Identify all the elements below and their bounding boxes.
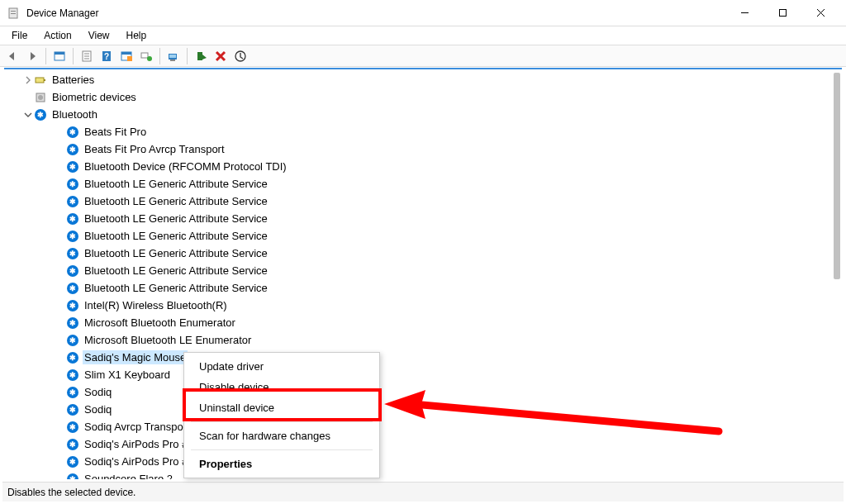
statusbar: Disables the selected device. bbox=[2, 482, 844, 502]
tree-item[interactable]: ✱Sadiq's Magic Mouse bbox=[4, 349, 830, 366]
tree-label: Slim X1 Keyboard bbox=[83, 368, 172, 382]
svg-rect-2 bbox=[11, 13, 16, 14]
tree-label: Intel(R) Wireless Bluetooth(R) bbox=[83, 298, 229, 312]
tree-item[interactable]: ✱Bluetooth LE Generic Attribute Service bbox=[4, 245, 830, 262]
tree-category[interactable]: Biometric devices bbox=[4, 88, 830, 106]
tree-label: Bluetooth LE Generic Attribute Service bbox=[83, 212, 269, 226]
bluetooth-icon: ✱ bbox=[66, 386, 79, 399]
context-menu-item[interactable]: Update driver bbox=[184, 356, 379, 377]
tree-item[interactable]: ✱Soundcore Flare 2 bbox=[4, 470, 830, 479]
show-hidden-button[interactable] bbox=[50, 47, 69, 65]
context-menu-item[interactable]: Scan for hardware changes bbox=[184, 426, 379, 446]
svg-text:?: ? bbox=[104, 52, 109, 61]
tree-item[interactable]: ✱Bluetooth LE Generic Attribute Service bbox=[4, 193, 830, 210]
svg-rect-18 bbox=[141, 53, 148, 58]
close-button[interactable] bbox=[801, 1, 839, 26]
tree-item[interactable]: ✱Microsoft Bluetooth Enumerator bbox=[4, 314, 830, 331]
tree-item[interactable]: ✱Bluetooth LE Generic Attribute Service bbox=[4, 227, 830, 245]
bluetooth-icon: ✱ bbox=[66, 143, 79, 156]
svg-rect-21 bbox=[169, 55, 176, 58]
tree-label: Microsoft Bluetooth LE Enumerator bbox=[83, 333, 253, 347]
svg-rect-28 bbox=[44, 79, 45, 81]
bluetooth-icon: ✱ bbox=[66, 195, 79, 208]
bluetooth-icon: ✱ bbox=[66, 334, 79, 347]
device-tree[interactable]: BatteriesBiometric devices✱Bluetooth✱Bea… bbox=[4, 71, 830, 479]
bluetooth-icon: ✱ bbox=[66, 421, 79, 434]
bluetooth-icon: ✱ bbox=[66, 282, 79, 295]
tree-item[interactable]: ✱Microsoft Bluetooth LE Enumerator bbox=[4, 331, 830, 349]
bluetooth-icon: ✱ bbox=[34, 108, 47, 121]
device-tree-panel: BatteriesBiometric devices✱Bluetooth✱Bea… bbox=[4, 68, 842, 479]
context-menu-separator bbox=[191, 421, 373, 422]
svg-point-30 bbox=[38, 95, 43, 100]
bluetooth-icon: ✱ bbox=[66, 178, 79, 191]
tree-label: Beats Fit Pro bbox=[83, 125, 148, 139]
tree-label: Bluetooth bbox=[50, 107, 99, 121]
tree-label: Biometric devices bbox=[50, 90, 138, 104]
tree-label: Sodiq bbox=[83, 402, 113, 416]
tree-item[interactable]: ✱Bluetooth Device (RFCOMM Protocol TDI) bbox=[4, 158, 830, 175]
back-button[interactable] bbox=[3, 47, 21, 65]
bluetooth-icon: ✱ bbox=[66, 455, 79, 468]
uninstall-button[interactable] bbox=[212, 47, 230, 65]
tree-label: Sodiq Avrcp Transpor bbox=[83, 420, 188, 434]
tree-label: Beats Fit Pro Avrcp Transport bbox=[83, 142, 226, 156]
tree-item[interactable]: ✱Sodiq bbox=[4, 383, 830, 401]
toolbar: ? bbox=[0, 45, 846, 67]
bluetooth-icon: ✱ bbox=[66, 126, 79, 139]
tree-item[interactable]: ✱Beats Fit Pro bbox=[4, 123, 830, 140]
tree-label: Bluetooth LE Generic Attribute Service bbox=[83, 281, 269, 295]
tree-item[interactable]: ✱Beats Fit Pro Avrcp Transport bbox=[4, 140, 830, 158]
tree-item[interactable]: ✱Sodiq's AirPods Pro # bbox=[4, 435, 830, 453]
tree-item[interactable]: ✱Bluetooth LE Generic Attribute Service bbox=[4, 262, 830, 279]
tree-item[interactable]: ✱Bluetooth LE Generic Attribute Service bbox=[4, 210, 830, 227]
scrollbar[interactable] bbox=[830, 69, 842, 479]
svg-rect-4 bbox=[779, 10, 786, 17]
tree-item[interactable]: ✱Bluetooth LE Generic Attribute Service bbox=[4, 175, 830, 193]
menu-action[interactable]: Action bbox=[37, 28, 78, 43]
properties-button[interactable] bbox=[78, 47, 96, 65]
menu-view[interactable]: View bbox=[82, 28, 116, 43]
window-titlebar: Device Manager bbox=[0, 0, 846, 26]
tree-item[interactable]: ✱Sodiq Avrcp Transpor bbox=[4, 418, 830, 435]
bluetooth-icon: ✱ bbox=[66, 264, 79, 278]
scan-button[interactable] bbox=[137, 47, 155, 65]
forward-button[interactable] bbox=[23, 47, 41, 65]
tree-item[interactable]: ✱Bluetooth LE Generic Attribute Service bbox=[4, 279, 830, 297]
svg-rect-8 bbox=[55, 52, 64, 55]
bluetooth-icon: ✱ bbox=[66, 160, 79, 174]
bluetooth-icon: ✱ bbox=[66, 368, 79, 382]
context-menu-item[interactable]: Disable device bbox=[184, 377, 379, 397]
disable-button[interactable] bbox=[231, 47, 250, 65]
tree-item[interactable]: ✱Sodiq's AirPods Pro # bbox=[4, 453, 830, 470]
bluetooth-icon: ✱ bbox=[66, 247, 79, 260]
update-driver-button[interactable] bbox=[164, 47, 183, 65]
bluetooth-icon: ✱ bbox=[66, 403, 79, 416]
bluetooth-icon: ✱ bbox=[66, 299, 79, 312]
tree-label: Sodiq's AirPods Pro # bbox=[83, 437, 189, 451]
maximize-button[interactable] bbox=[763, 1, 801, 26]
tree-item[interactable]: ✱Slim X1 Keyboard bbox=[4, 366, 830, 383]
context-menu-item[interactable]: Uninstall device bbox=[184, 397, 379, 418]
svg-rect-23 bbox=[197, 52, 202, 60]
action-button[interactable] bbox=[117, 47, 135, 65]
minimize-button[interactable] bbox=[725, 1, 763, 26]
bluetooth-icon: ✱ bbox=[66, 473, 79, 480]
biometric-icon bbox=[34, 91, 47, 104]
bluetooth-icon: ✱ bbox=[66, 351, 79, 364]
tree-label: Microsoft Bluetooth Enumerator bbox=[83, 316, 237, 330]
menu-help[interactable]: Help bbox=[120, 28, 154, 43]
tree-item[interactable]: ✱Sodiq bbox=[4, 401, 830, 418]
statusbar-text: Disables the selected device. bbox=[7, 487, 135, 498]
tree-category[interactable]: Batteries bbox=[4, 71, 830, 88]
tree-item[interactable]: ✱Intel(R) Wireless Bluetooth(R) bbox=[4, 297, 830, 314]
tree-category[interactable]: ✱Bluetooth bbox=[4, 106, 830, 123]
svg-point-19 bbox=[147, 56, 152, 61]
context-menu-item[interactable]: Properties bbox=[184, 454, 379, 474]
context-menu-separator bbox=[191, 449, 373, 450]
enable-button[interactable] bbox=[192, 47, 210, 65]
tree-label: Bluetooth LE Generic Attribute Service bbox=[83, 194, 269, 208]
menu-file[interactable]: File bbox=[5, 28, 34, 43]
help-button[interactable]: ? bbox=[97, 47, 116, 65]
scrollbar-thumb[interactable] bbox=[834, 73, 840, 279]
